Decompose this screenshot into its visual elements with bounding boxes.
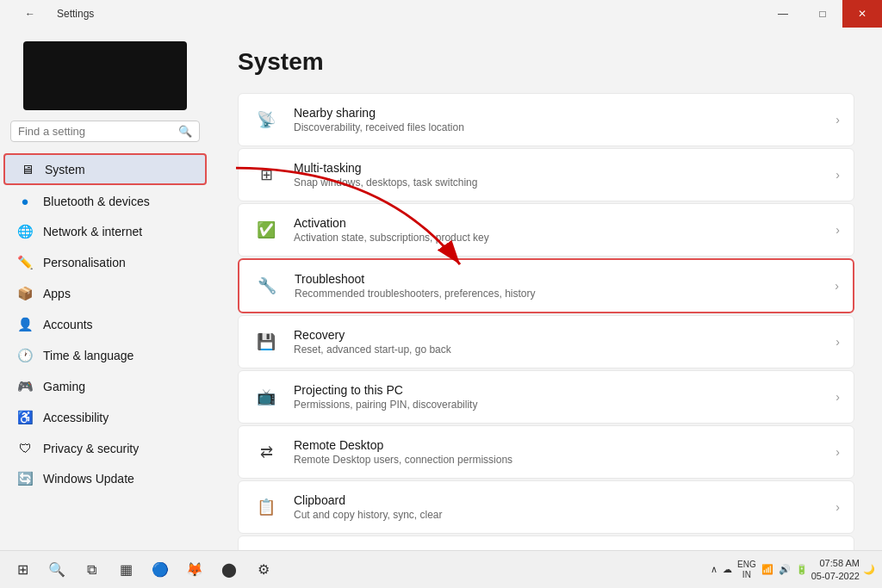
settings-item-recovery[interactable]: 💾 Recovery Reset, advanced start-up, go … — [238, 315, 854, 368]
battery-icon: 🔋 — [796, 564, 808, 575]
nearby-sharing-icon: 📡 — [252, 106, 280, 133]
privacy-icon: 🛡 — [17, 441, 33, 455]
settings-item-projecting[interactable]: 📺 Projecting to this PC Permissions, pai… — [238, 370, 854, 424]
wifi-icon: 📶 — [761, 564, 773, 575]
system-icon: 🖥 — [19, 162, 34, 176]
recovery-desc: Reset, advanced start-up, go back — [294, 344, 822, 356]
network-icon: 🌐 — [17, 224, 33, 239]
gaming-icon: 🎮 — [17, 379, 33, 394]
notification-icon[interactable]: 🌙 — [863, 564, 875, 575]
nearby-sharing-title: Nearby sharing — [294, 106, 822, 120]
taskbar-date-value: 05-07-2022 — [811, 570, 860, 582]
projecting-desc: Permissions, pairing PIN, discoverabilit… — [294, 399, 822, 411]
sidebar-item-bluetooth[interactable]: ● Bluetooth & devices — [3, 187, 207, 215]
sidebar-item-apps[interactable]: 📦 Apps — [3, 279, 207, 308]
back-button[interactable]: ← — [10, 0, 50, 28]
titlebar-left: ← Settings — [10, 0, 94, 28]
multitasking-title: Multi-tasking — [294, 161, 822, 175]
projecting-text: Projecting to this PC Permissions, pairi… — [294, 383, 822, 411]
sidebar-item-label: Accounts — [43, 318, 93, 331]
settings-item-clipboard[interactable]: 📋 Clipboard Cut and copy history, sync, … — [238, 480, 854, 534]
chevron-icon: › — [835, 168, 840, 182]
chevron-icon: › — [835, 335, 840, 349]
sidebar-item-personalisation[interactable]: ✏️ Personalisation — [3, 248, 207, 277]
chevron-icon: › — [835, 113, 840, 127]
chevron-icon: › — [835, 223, 840, 237]
bluetooth-icon: ● — [17, 194, 33, 208]
sidebar-item-label: Accessibility — [43, 411, 109, 424]
sidebar-item-gaming[interactable]: 🎮 Gaming — [3, 372, 207, 401]
minimize-button[interactable]: — — [763, 0, 803, 28]
chevron-up-icon[interactable]: ∧ — [711, 564, 717, 575]
task-view-button[interactable]: ⧉ — [76, 554, 107, 585]
search-input[interactable] — [18, 125, 173, 138]
accessibility-icon: ♿ — [17, 410, 33, 425]
accounts-icon: 👤 — [17, 317, 33, 332]
troubleshoot-icon: 🔧 — [253, 272, 281, 300]
multitasking-text: Multi-tasking Snap windows, desktops, ta… — [294, 161, 822, 189]
clipboard-text: Clipboard Cut and copy history, sync, cl… — [294, 493, 822, 521]
clipboard-title: Clipboard — [294, 493, 822, 507]
settings-item-nearby-sharing[interactable]: 📡 Nearby sharing Discoverability, receiv… — [238, 93, 854, 146]
settings-item-multitasking[interactable]: ⊞ Multi-tasking Snap windows, desktops, … — [238, 148, 854, 201]
sidebar-item-system[interactable]: 🖥 System — [3, 153, 207, 185]
projecting-icon: 📺 — [252, 383, 280, 411]
chevron-icon: › — [835, 390, 840, 404]
troubleshoot-title: Troubleshoot — [295, 272, 821, 286]
sidebar-item-label: Personalisation — [43, 256, 126, 269]
content-area: System 📡 Nearby sharing Discoverability,… — [210, 28, 882, 550]
taskbar-clock: 07:58 AM 05-07-2022 — [811, 557, 860, 582]
sidebar-item-privacy[interactable]: 🛡 Privacy & security — [3, 434, 207, 462]
language-indicator: ENGIN — [737, 560, 756, 580]
close-button[interactable]: ✕ — [842, 0, 882, 28]
maximize-button[interactable]: □ — [803, 0, 842, 28]
clipboard-icon: 📋 — [252, 493, 280, 521]
multitasking-icon: ⊞ — [252, 161, 280, 189]
taskbar-left: ⊞ 🔍 ⧉ ▦ 🔵 🦊 ⬤ ⚙ — [7, 554, 279, 585]
taskbar-right: ∧ ☁ ENGIN 📶 🔊 🔋 07:58 AM 05-07-2022 🌙 — [711, 557, 875, 582]
sidebar-item-label: Windows Update — [43, 472, 134, 486]
taskbar: ⊞ 🔍 ⧉ ▦ 🔵 🦊 ⬤ ⚙ ∧ ☁ ENGIN 📶 🔊 🔋 07:58 AM… — [0, 550, 882, 588]
edge-button[interactable]: 🔵 — [145, 554, 176, 585]
sidebar-item-label: System — [45, 163, 85, 176]
activation-icon: ✅ — [252, 216, 280, 244]
remote-desktop-title: Remote Desktop — [294, 438, 822, 452]
troubleshoot-desc: Recommended troubleshooters, preferences… — [295, 288, 821, 300]
widgets-button[interactable]: ▦ — [110, 554, 141, 585]
sidebar-item-label: Apps — [43, 287, 71, 300]
chrome-button[interactable]: ⬤ — [214, 554, 245, 585]
titlebar: ← Settings — □ ✕ — [0, 0, 882, 28]
search-container[interactable]: 🔍 — [10, 121, 200, 142]
sidebar-item-update[interactable]: 🔄 Windows Update — [3, 464, 207, 493]
volume-icon: 🔊 — [779, 564, 791, 575]
sidebar-item-accounts[interactable]: 👤 Accounts — [3, 310, 207, 339]
content-wrapper: System 📡 Nearby sharing Discoverability,… — [210, 28, 882, 550]
chevron-icon: › — [835, 500, 840, 514]
settings-item-remote-desktop[interactable]: ⇄ Remote Desktop Remote Desktop users, c… — [238, 425, 854, 479]
titlebar-title: Settings — [57, 8, 94, 20]
sidebar-item-label: Bluetooth & devices — [43, 195, 150, 208]
activation-text: Activation Activation state, subscriptio… — [294, 216, 822, 244]
update-icon: 🔄 — [17, 471, 33, 486]
chevron-icon: › — [835, 279, 839, 293]
settings-item-activation[interactable]: ✅ Activation Activation state, subscript… — [238, 203, 854, 257]
projecting-title: Projecting to this PC — [294, 383, 822, 397]
search-icon: 🔍 — [178, 125, 192, 138]
recovery-text: Recovery Reset, advanced start-up, go ba… — [294, 328, 822, 356]
sidebar-item-accessibility[interactable]: ♿ Accessibility — [3, 403, 207, 432]
taskbar-time-value: 07:58 AM — [811, 557, 860, 569]
main-container: 🔍 🖥 System ● Bluetooth & devices 🌐 Netwo… — [0, 28, 882, 550]
sidebar-item-time[interactable]: 🕐 Time & language — [3, 341, 207, 370]
sidebar-item-network[interactable]: 🌐 Network & internet — [3, 217, 207, 246]
time-icon: 🕐 — [17, 348, 33, 363]
user-avatar — [23, 41, 187, 110]
firefox-button[interactable]: 🦊 — [179, 554, 210, 585]
settings-taskbar-button[interactable]: ⚙ — [248, 554, 279, 585]
apps-icon: 📦 — [17, 286, 33, 301]
settings-item-troubleshoot[interactable]: 🔧 Troubleshoot Recommended troubleshoote… — [238, 258, 854, 313]
start-button[interactable]: ⊞ — [7, 554, 38, 585]
search-taskbar-button[interactable]: 🔍 — [41, 554, 72, 585]
settings-item-about[interactable]: ℹ About Device specifications, rename PC… — [238, 535, 854, 550]
sidebar-item-label: Gaming — [43, 380, 85, 393]
titlebar-controls: — □ ✕ — [763, 0, 882, 28]
